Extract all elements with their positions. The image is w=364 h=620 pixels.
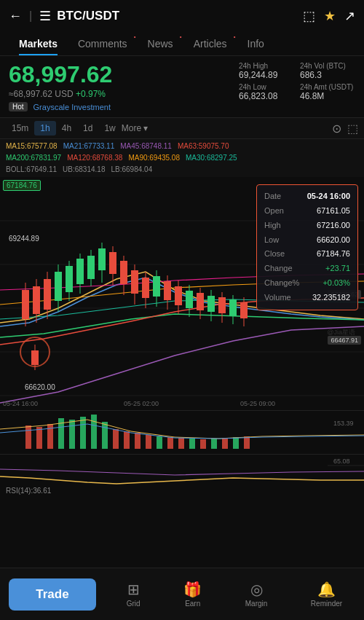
back-icon[interactable]: ←	[9, 9, 22, 24]
svg-rect-40	[207, 296, 215, 312]
nav-margin[interactable]: ◎ Margin	[245, 581, 268, 608]
reminder-label: Reminder	[311, 600, 342, 608]
svg-rect-69	[233, 437, 239, 449]
ohlc-date-row: Date 05-24 16:00	[264, 189, 350, 204]
nav-grid[interactable]: ⊞ Grid	[127, 581, 141, 608]
ohlc-volume-row: Volume 32.235182	[264, 291, 350, 305]
tab-info[interactable]: Info	[237, 32, 274, 55]
nav-earn[interactable]: 🎁 Earn	[183, 581, 202, 608]
hot-row: Hot Grayscale Investment	[9, 102, 239, 111]
header: ← | ☰ BTC/USDT ⬚ ★ ↗	[0, 0, 364, 32]
watermark: @Jia星语	[327, 328, 355, 337]
left-price-1: 67184.76	[3, 180, 41, 191]
price-left: 68,997.62 ≈68,997.62 USD +0.97% Hot Gray…	[9, 62, 239, 111]
volume-chart: 153.39	[0, 411, 364, 455]
tab-comments[interactable]: Comments	[68, 32, 138, 55]
svg-rect-8	[33, 286, 40, 314]
stat-24h-vol-btc: 24h Vol (BTC) 686.3	[300, 62, 355, 80]
stat-24h-amt-usdt: 24h Amt (USDT) 46.8M	[300, 83, 355, 101]
ma200: MA200:67831.97	[6, 152, 61, 164]
svg-rect-10	[44, 279, 51, 310]
interval-15m[interactable]: 15m	[6, 121, 34, 136]
tab-markets[interactable]: Markets	[9, 32, 68, 55]
volume-area: 153.39 VOL:32.235182 MA5:56.964715 MA10:…	[0, 410, 364, 454]
time-label-2: 05-25 02:00	[124, 400, 159, 407]
svg-rect-34	[175, 286, 182, 305]
interval-4h[interactable]: 4h	[56, 121, 77, 136]
interval-more[interactable]: More ▾	[122, 123, 149, 133]
grid-label: Grid	[127, 600, 141, 608]
earn-label: Earn	[185, 600, 200, 608]
ohlc-changepct-row: Change% +0.03%	[264, 276, 350, 291]
svg-rect-62	[157, 436, 162, 449]
tab-articles[interactable]: Articles	[183, 32, 237, 55]
interval-1h[interactable]: 1h	[34, 121, 55, 136]
svg-rect-36	[186, 291, 193, 308]
rsi-label: RSI(14):36.61	[6, 487, 51, 495]
ohlc-close-row: Close 67184.76	[264, 247, 350, 262]
svg-rect-51	[36, 427, 42, 449]
interval-tabs: 15m 1h 4h 1d 1w More ▾ ⊙ ⬚	[0, 117, 364, 139]
menu-icon[interactable]: ☰	[39, 8, 51, 24]
ohlc-low-row: Low 66620.00	[264, 233, 350, 248]
header-left: ← | ☰ BTC/USDT	[9, 8, 119, 24]
share-icon[interactable]: ↗	[344, 8, 355, 24]
svg-rect-30	[153, 276, 160, 297]
interval-1d[interactable]: 1d	[77, 121, 98, 136]
header-icons: ⬚ ★ ↗	[303, 8, 355, 24]
time-labels: 05-24 16:00 05-25 02:00 05-25 09:00	[0, 397, 364, 410]
svg-text:65.08: 65.08	[333, 458, 350, 465]
ohlc-change-row: Change +23.71	[264, 262, 350, 276]
stat-24h-low: 24h Low 66,823.08	[239, 83, 294, 101]
svg-rect-59	[124, 431, 130, 449]
high-price-label: 69244.89	[6, 234, 42, 243]
ma-row-1: MA15:67577.08 MA21:67733.11 MA45:68748.1…	[6, 141, 358, 152]
grid-icon: ⊞	[127, 581, 140, 598]
svg-rect-42	[218, 297, 226, 313]
svg-text:153.39: 153.39	[333, 420, 354, 427]
ub: UB:68314.18	[63, 164, 105, 176]
svg-rect-67	[211, 439, 217, 449]
svg-rect-55	[80, 417, 86, 449]
time-label-1: 05-24 16:00	[3, 400, 38, 407]
ma21: MA21:67733.11	[63, 141, 115, 152]
svg-rect-50	[25, 425, 31, 449]
svg-rect-24	[120, 261, 127, 284]
fullscreen-icon[interactable]: ⬚	[347, 122, 358, 136]
bottom-nav: Trade ⊞ Grid 🎁 Earn ◎ Margin 🔔 Reminder	[0, 568, 364, 620]
ma30: MA30:68297.25	[186, 152, 237, 164]
svg-rect-64	[178, 438, 184, 449]
tab-news[interactable]: News	[138, 32, 183, 55]
rsi-area: 65.08 RSI(14):36.61	[0, 454, 364, 498]
svg-rect-60	[135, 433, 141, 449]
margin-label: Margin	[245, 600, 268, 608]
svg-rect-28	[142, 278, 149, 298]
price-stat-row-2: 24h Low 66,823.08 24h Amt (USDT) 46.8M	[239, 83, 355, 101]
ohlc-open-row: Open 67161.05	[264, 204, 350, 219]
trade-button[interactable]: Trade	[9, 578, 96, 611]
ma90: MA90:69435.08	[128, 152, 180, 164]
svg-rect-32	[164, 281, 171, 300]
svg-rect-14	[66, 266, 73, 292]
margin-icon: ◎	[250, 581, 263, 598]
svg-rect-65	[189, 439, 195, 449]
nav-reminder[interactable]: 🔔 Reminder	[311, 581, 342, 608]
svg-rect-61	[146, 435, 151, 449]
svg-rect-6	[22, 290, 29, 319]
svg-rect-49	[31, 350, 39, 365]
svg-rect-20	[98, 248, 106, 270]
price-change: +0.97%	[76, 89, 106, 99]
settings-icon[interactable]: ⊙	[332, 122, 341, 136]
copy-icon[interactable]: ⬚	[303, 8, 315, 24]
ma45: MA45:68748.11	[120, 141, 172, 152]
svg-rect-46	[240, 302, 248, 318]
ma-row-2: MA200:67831.97 MA120:68768.38 MA90:69435…	[6, 152, 358, 164]
interval-1w[interactable]: 1w	[98, 121, 121, 136]
grayscale-tag[interactable]: Grayscale Investment	[33, 103, 111, 111]
boll: BOLL:67649.11	[6, 164, 57, 176]
chart-area[interactable]: 69244.89 67330.62 66467.91 67184.76 6662…	[0, 177, 364, 410]
interval-icons: ⊙ ⬚	[332, 122, 358, 136]
svg-rect-70	[244, 436, 250, 449]
star-icon[interactable]: ★	[324, 8, 336, 24]
svg-rect-18	[87, 256, 95, 279]
